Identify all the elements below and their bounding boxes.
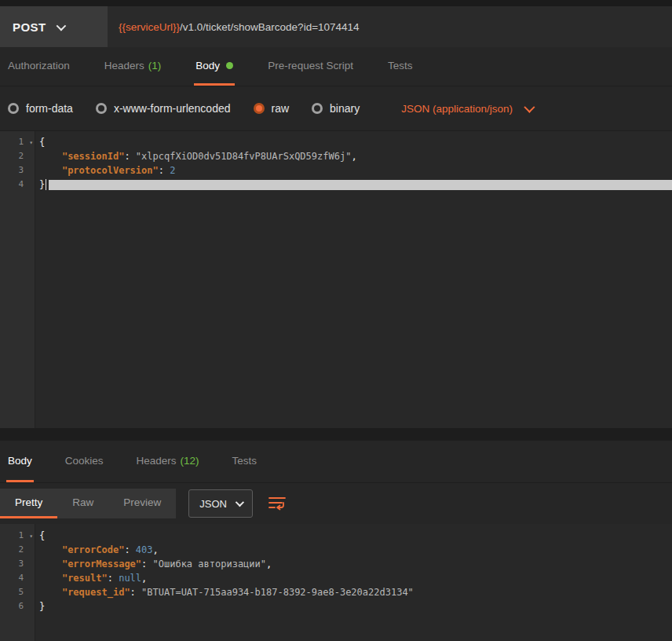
- url-input[interactable]: {{serviceUrl}}/v1.0/ticket/showBarcode?i…: [108, 6, 672, 47]
- code-token: "Ошибка авторизации": [153, 557, 267, 571]
- view-mode-group: Pretty Raw Preview: [0, 489, 176, 518]
- code-token: }: [39, 178, 45, 192]
- tab-tests[interactable]: Tests: [386, 47, 415, 86]
- line-highlight: [49, 180, 672, 190]
- code-token: ,: [141, 571, 147, 585]
- radio-label: x-www-form-urlencoded: [114, 102, 231, 115]
- headers-count-badge: (12): [181, 455, 199, 467]
- code-token: "sessionId": [62, 149, 124, 163]
- request-tabs: Authorization Headers (1) Body Pre-reque…: [0, 47, 672, 86]
- tab-label: Headers: [104, 60, 144, 71]
- code-token: :: [141, 557, 152, 571]
- code-line: 1▾{: [0, 135, 672, 149]
- view-pretty[interactable]: Pretty: [0, 489, 57, 518]
- tab-authorization[interactable]: Authorization: [6, 47, 71, 86]
- code-line: 3 "errorMessage": "Ошибка авторизации",: [0, 557, 672, 571]
- pane-divider[interactable]: [0, 428, 672, 441]
- code-line: 6}: [0, 599, 672, 614]
- code-text: "sessionId": "xlpcqfXiOD0dv51D84fvP8UArS…: [35, 149, 672, 163]
- code-token: }: [39, 599, 45, 614]
- code-token: null: [119, 571, 141, 585]
- body-mode-bar: form-data x-www-form-urlencoded raw bina…: [0, 86, 672, 131]
- radio-label: raw: [272, 102, 290, 115]
- radio-form-data[interactable]: form-data: [8, 102, 73, 115]
- code-token: [39, 543, 62, 557]
- request-body-editor[interactable]: 1▾{2 "sessionId": "xlpcqfXiOD0dv51D84fvP…: [0, 131, 672, 428]
- view-preview[interactable]: Preview: [108, 489, 176, 518]
- code-token: 2: [170, 163, 175, 178]
- tab-headers[interactable]: Headers (1): [103, 47, 163, 86]
- code-token: "request_id": [62, 585, 130, 599]
- radio-binary[interactable]: binary: [312, 102, 360, 115]
- body-filled-dot-icon: [226, 62, 233, 69]
- tab-label: Headers: [137, 455, 177, 467]
- code-token: :: [159, 163, 170, 178]
- code-token: 403: [136, 543, 153, 557]
- code-line: 2 "errorCode": 403,: [0, 543, 672, 557]
- tab-response-tests[interactable]: Tests: [231, 441, 259, 482]
- line-number: 3: [0, 163, 35, 178]
- chevron-down-icon: [57, 20, 67, 31]
- response-view-toolbar: Pretty Raw Preview JSON: [0, 483, 672, 524]
- fold-toggle-icon[interactable]: ▾: [29, 529, 33, 544]
- code-line: 4}: [0, 178, 672, 192]
- view-label: Preview: [123, 496, 161, 508]
- code-token: "protocolVersion": [62, 163, 159, 178]
- code-token: :: [108, 571, 119, 585]
- radio-x-www-form-urlencoded[interactable]: x-www-form-urlencoded: [96, 102, 231, 115]
- response-body-editor[interactable]: 1▾{2 "errorCode": 403,3 "errorMessage": …: [0, 524, 672, 641]
- view-label: Raw: [72, 496, 93, 508]
- code-text: "result": null,: [35, 571, 672, 585]
- tab-body[interactable]: Body: [194, 47, 235, 86]
- code-token: ,: [153, 543, 159, 557]
- line-number: 6: [0, 599, 35, 614]
- code-line: 3 "protocolVersion": 2: [0, 163, 672, 178]
- code-text: "errorMessage": "Ошибка авторизации",: [35, 557, 672, 571]
- code-line: 5 "request_id": "BTUAT=UAT-715aa934-b187…: [0, 585, 672, 599]
- tab-label: Pre-request Script: [268, 60, 353, 71]
- chevron-down-icon: [236, 498, 244, 507]
- radio-label: binary: [330, 102, 360, 115]
- text-cursor: [46, 179, 46, 190]
- request-url-bar: POST {{serviceUrl}}/v1.0/ticket/showBarc…: [0, 6, 672, 47]
- code-token: :: [124, 543, 135, 557]
- method-select[interactable]: POST: [0, 6, 108, 47]
- code-token: "errorMessage": [62, 557, 141, 571]
- tab-response-headers[interactable]: Headers (12): [135, 441, 201, 482]
- code-line: 4 "result": null,: [0, 571, 672, 585]
- content-type-select[interactable]: JSON (application/json): [401, 103, 532, 115]
- radio-off-icon: [312, 103, 323, 114]
- code-token: [39, 149, 62, 163]
- code-token: {: [39, 135, 45, 149]
- method-label: POST: [13, 20, 46, 34]
- text-wrap-icon[interactable]: [268, 496, 287, 511]
- tab-cookies[interactable]: Cookies: [64, 441, 105, 482]
- radio-label: form-data: [26, 102, 73, 115]
- top-strip: [0, 0, 672, 6]
- tab-label: Body: [195, 60, 220, 71]
- line-number: 4: [0, 571, 35, 585]
- view-raw[interactable]: Raw: [57, 489, 108, 518]
- code-text: }: [35, 599, 672, 614]
- tab-label: Tests: [388, 60, 413, 71]
- headers-count-badge: (1): [148, 60, 162, 71]
- code-token: [39, 163, 62, 178]
- code-token: :: [124, 149, 135, 163]
- tab-pre-request-script[interactable]: Pre-request Script: [266, 47, 355, 86]
- url-variable: {{serviceUrl}}: [119, 21, 180, 33]
- code-text: "protocolVersion": 2: [35, 163, 672, 178]
- code-text: }: [35, 178, 672, 192]
- code-token: :: [130, 585, 141, 599]
- code-token: ,: [351, 149, 356, 163]
- fold-toggle-icon[interactable]: ▾: [29, 136, 33, 150]
- code-token: ,: [266, 557, 272, 571]
- code-token: [39, 557, 62, 571]
- view-label: Pretty: [15, 496, 42, 508]
- response-format-select[interactable]: JSON: [188, 489, 253, 518]
- radio-raw[interactable]: raw: [254, 102, 290, 115]
- code-token: {: [39, 529, 45, 543]
- format-label: JSON: [199, 498, 227, 510]
- tab-response-body[interactable]: Body: [6, 441, 34, 482]
- code-line: 1▾{: [0, 529, 672, 543]
- radio-on-icon: [254, 103, 265, 114]
